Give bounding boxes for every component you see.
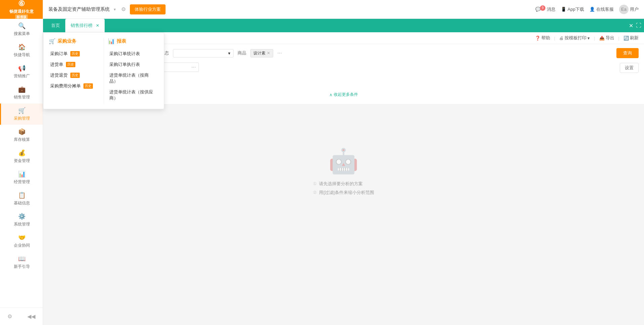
user-label: 用户: [630, 6, 639, 12]
sidebar-item-label: 快捷导航: [14, 52, 30, 58]
print-btn[interactable]: 🖨 按模板打印 ▾: [559, 35, 590, 41]
marketing-icon: 📢: [18, 65, 26, 72]
tab-close-icon[interactable]: ✕: [96, 23, 99, 28]
app-download-item[interactable]: 📱 App下载: [561, 6, 584, 12]
sidebar-item-label: 新手引导: [14, 264, 30, 270]
dropdown-divider: [104, 38, 104, 104]
collapse-sidebar-icon[interactable]: ◀◀: [25, 312, 38, 321]
help-btn[interactable]: ❓ 帮助: [535, 35, 550, 41]
sales-icon: 💼: [18, 86, 26, 93]
topbar-right: 💬 9 消息 📱 App下载 👤 在线客服 Ea 用户: [535, 5, 639, 14]
setting-btn[interactable]: 设置: [620, 63, 639, 73]
online-service-label: 在线客服: [596, 6, 614, 12]
query-btn[interactable]: 查询: [616, 48, 639, 58]
sidebar-item-inventory[interactable]: 📦 库存核算: [0, 125, 43, 146]
tab-close-all-icon[interactable]: ✕: [629, 23, 633, 29]
user-item[interactable]: Ea 用户: [619, 5, 639, 14]
basic-icon: 📋: [18, 192, 26, 199]
filter-actions: 查询: [616, 48, 639, 58]
dropdown-item-purchase-order[interactable]: 采购订单 历史: [49, 48, 100, 59]
doc-status-arrow: ▾: [228, 51, 230, 56]
export-icon: 📤: [599, 36, 605, 41]
dropdown-item-purchase-order-stat[interactable]: 采购订单统计表: [108, 48, 159, 59]
doc-status-select[interactable]: ▾: [173, 49, 234, 57]
message-badge: 9: [540, 5, 545, 11]
sidebar-item-collab[interactable]: 🤝 企业协同: [0, 231, 43, 252]
tab-expand-icon[interactable]: ⛶: [636, 23, 641, 29]
divider1: |: [554, 36, 555, 41]
dropdown-menu-purchase: 🛒 采购业务 采购订单 历史 进货单 历史 进货退货 历史 采购费用分摊单 历史…: [43, 32, 164, 109]
topbar: 装备及固定资产辅助管理系统 ▾ ⚙ 体验行业方案 💬 9 消息 📱 App下载 …: [43, 0, 644, 19]
sidebar-bottom: ⚙ ◀◀: [0, 308, 43, 325]
sidebar-item-management[interactable]: 📊 经营管理: [0, 167, 43, 188]
app-name: 畅捷通好生意: [9, 9, 34, 14]
tab-sales-ranking[interactable]: 销售排行榜 ✕: [65, 19, 105, 32]
sidebar-item-search[interactable]: 🔍 搜索菜单: [0, 19, 43, 40]
settings-bottom-icon[interactable]: ⚙: [5, 312, 15, 321]
phone-icon: 📱: [561, 7, 566, 12]
sidebar-item-guide[interactable]: 📖 新手引导: [0, 252, 43, 273]
collapse-label: 收起更多条件: [334, 92, 358, 97]
goods-more-btn[interactable]: ···: [277, 50, 282, 56]
salesperson-dots[interactable]: ···: [191, 64, 196, 70]
industry-btn[interactable]: 体验行业方案: [130, 4, 166, 14]
goods-tag[interactable]: 设计素 ✕: [250, 49, 273, 57]
sidebar-item-label: 企业协同: [14, 243, 30, 248]
sidebar-item-label: 营销推广: [14, 73, 30, 79]
hist-badge: 历史: [70, 73, 80, 78]
purchase-col-icon: 🛒: [49, 38, 56, 44]
refresh-btn[interactable]: 🔄 刷新: [623, 35, 639, 41]
system-title: 装备及固定资产辅助管理系统: [48, 6, 110, 12]
collab-icon: 🤝: [18, 234, 26, 241]
dropdown-item-goods-receipt[interactable]: 进货单 历史: [49, 59, 100, 70]
system-settings-icon[interactable]: ⚙: [121, 6, 126, 12]
hist-badge: 历史: [66, 62, 75, 67]
purchase-col-title: 🛒 采购业务: [49, 38, 100, 44]
sidebar-item-label: 销售管理: [14, 94, 30, 100]
sidebar-item-label: 搜索菜单: [14, 31, 30, 37]
tab-home[interactable]: 首页: [46, 19, 65, 32]
dropdown-item-purchase-order-exec[interactable]: 采购订单执行表: [108, 59, 159, 70]
dropdown-item-goods-stat-by-product[interactable]: 进货单统计表（按商品）: [108, 70, 159, 87]
finance-icon: 💰: [18, 149, 26, 157]
system-dropdown-arrow[interactable]: ▾: [114, 7, 116, 12]
hist-badge: 历史: [70, 51, 80, 56]
sidebar-item-sales[interactable]: 💼 销售管理: [0, 82, 43, 104]
sidebar-item-label: 库存核算: [14, 137, 30, 143]
tabbar-right: ✕ ⛶: [629, 23, 641, 29]
purchase-icon: 🛒: [18, 107, 26, 114]
sidebar-item-marketing[interactable]: 📢 营销推广: [0, 61, 43, 82]
export-btn[interactable]: 📤 导出: [599, 35, 614, 41]
goods-label: 商品: [238, 50, 246, 56]
sidebar-item-finance[interactable]: 💰 资金管理: [0, 146, 43, 167]
goods-tag-remove[interactable]: ✕: [267, 51, 270, 55]
inventory-icon: 📦: [18, 128, 26, 135]
sidebar-item-nav[interactable]: 🏠 快捷导航: [0, 40, 43, 61]
avatar: Ea: [619, 5, 629, 14]
dropdown-item-purchase-expense[interactable]: 采购费用分摊单 历史: [49, 81, 100, 91]
sidebar-item-basic[interactable]: 📋 基础信息: [0, 188, 43, 209]
online-service-item[interactable]: 👤 在线客服: [589, 6, 614, 12]
dropdown-item-goods-stat-by-supplier[interactable]: 进货单统计表（按供应商）: [108, 87, 159, 104]
sidebar-item-system[interactable]: ⚙️ 系统管理: [0, 209, 43, 231]
refresh-icon: 🔄: [623, 36, 629, 41]
search-icon: 🔍: [18, 22, 26, 30]
dropdown-purchase-col: 🛒 采购业务 采购订单 历史 进货单 历史 进货退货 历史 采购费用分摊单 历史: [49, 38, 100, 104]
report-col-icon: 📊: [108, 38, 115, 44]
sidebar: ⑥ 畅捷通好生意 标准版 🔍 搜索菜单 🏠 快捷导航 📢 营销推广 💼 销售管理…: [0, 0, 43, 325]
guide-icon: 📖: [18, 255, 26, 262]
sidebar-item-label: 采购管理: [14, 116, 30, 121]
message-label: 消息: [547, 6, 556, 12]
report-col-title: 📊 报表: [108, 38, 159, 44]
divider3: |: [618, 36, 619, 41]
divider2: |: [594, 36, 595, 41]
sidebar-item-label: 资金管理: [14, 158, 30, 164]
sidebar-item-label: 系统管理: [14, 221, 30, 227]
sidebar-item-purchase[interactable]: 🛒 采购管理: [0, 104, 43, 125]
dropdown-report-col: 📊 报表 采购订单统计表 采购订单执行表 进货单统计表（按商品） 进货单统计表（…: [108, 38, 159, 104]
empty-tips: ①请先选择要分析的方案 ②用[过滤]条件来缩小分析范围: [313, 179, 374, 197]
dropdown-item-goods-return[interactable]: 进货退货 历史: [49, 70, 100, 81]
sidebar-item-label: 经营管理: [14, 179, 30, 185]
message-item[interactable]: 💬 9 消息: [535, 6, 556, 12]
app-logo: ⑥ 畅捷通好生意 标准版: [0, 0, 43, 19]
